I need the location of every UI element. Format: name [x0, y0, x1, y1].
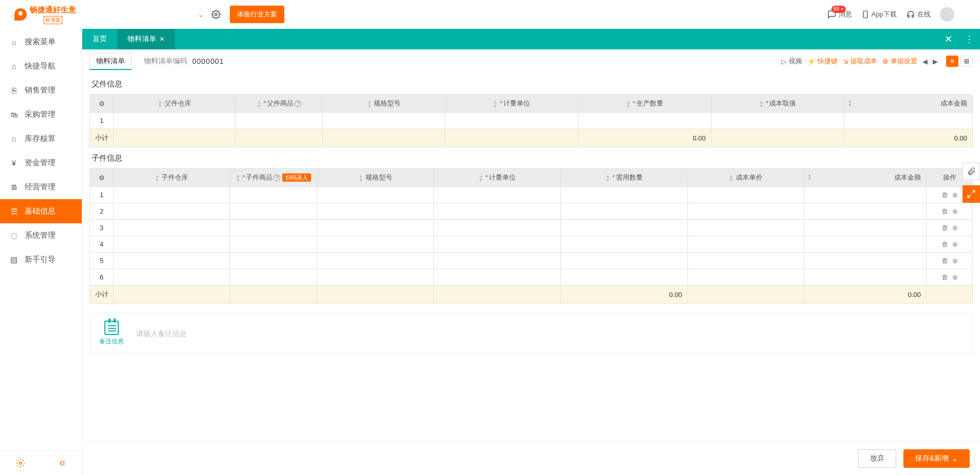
collapse-sidebar-icon[interactable] [57, 459, 66, 468]
add-row-icon[interactable]: ⊕ [952, 224, 958, 232]
sidebar-item-6[interactable]: 🗎经营管理 [0, 175, 82, 199]
child-row[interactable]: 3🗑⊕ [90, 220, 973, 236]
remark-input[interactable] [136, 329, 963, 338]
parent-col-product[interactable]: *父件商品? [235, 95, 323, 113]
parent-row[interactable]: 1 [90, 113, 973, 129]
parent-col-qty[interactable]: *生产数量 [578, 95, 711, 113]
row-ops: 🗑⊕ [927, 253, 973, 269]
sidebar-item-0[interactable]: ⌕搜索菜单 [0, 30, 82, 54]
tabs-menu-icon[interactable]: ⋮ [958, 33, 980, 45]
messages-link[interactable]: 消息 99 + [827, 10, 852, 19]
extract-label: 提取成本 [850, 57, 877, 66]
child-subtotal-row: 小计 0.00 0.00 [90, 286, 973, 304]
avatar[interactable] [940, 7, 954, 22]
delete-row-icon[interactable]: 🗑 [941, 257, 948, 265]
online-support-link[interactable]: 在线 [906, 10, 931, 19]
sidebar-item-7[interactable]: ☰基础信息 [0, 199, 82, 223]
add-row-icon[interactable]: ⊕ [952, 273, 958, 281]
next-doc-icon[interactable]: ▶ [933, 58, 938, 65]
scan-input-tag[interactable]: 扫码录入 [282, 173, 311, 182]
remark-box: 备注信息 [89, 313, 973, 354]
child-row[interactable]: 4🗑⊕ [90, 236, 973, 253]
parent-col-uom[interactable]: *计量单位 [445, 95, 578, 113]
info-icon: ? [274, 174, 280, 181]
sidebar-item-1[interactable]: ⌂快捷导航 [0, 54, 82, 78]
sidebar-item-8[interactable]: ◌系统管理 [0, 223, 82, 248]
add-row-icon[interactable]: ⊕ [952, 191, 958, 199]
fullscreen-icon[interactable] [963, 185, 980, 203]
logo-edition: 标准版 [44, 16, 62, 24]
parent-subtotal-qty: 0.00 [578, 129, 711, 147]
prev-doc-icon[interactable]: ◀ [922, 58, 928, 65]
delete-row-icon[interactable]: 🗑 [941, 191, 948, 199]
delete-row-icon[interactable]: 🗑 [941, 273, 948, 281]
doc-code-label: 物料清单编码 [144, 57, 187, 66]
sidebar-item-4[interactable]: ⌂库存核算 [0, 127, 82, 151]
discard-button[interactable]: 放弃 [858, 449, 896, 468]
shortcut-link[interactable]: ⚡ 快捷键 [807, 57, 838, 66]
child-col-qty[interactable]: *需用数量 [560, 169, 687, 187]
extract-cost-link[interactable]: ⇲ 提取成本 [843, 57, 877, 66]
child-row[interactable]: 1🗑⊕ [90, 187, 973, 203]
phone-icon [861, 10, 869, 19]
tab-close-icon[interactable]: ✕ [159, 36, 165, 43]
row-num: 2 [90, 203, 114, 220]
sidebar-item-2[interactable]: ⎘销售管理 [0, 78, 82, 102]
tab-label: 物料清单 [128, 34, 156, 44]
video-link[interactable]: ▷ 视频 [782, 57, 802, 66]
sidebar-item-3[interactable]: 🛍采购管理 [0, 102, 82, 127]
child-col-costamt[interactable]: 成本金额 [804, 169, 926, 187]
parent-table: ⚙ 父件仓库 *父件商品? 规格型号 *计量单位 *生产数量 *成本取值 成本金… [89, 94, 973, 147]
child-col-product[interactable]: *子件商品?扫码录入 [230, 169, 317, 187]
org-selector[interactable]: ⌄ [100, 10, 204, 19]
child-col-warehouse[interactable]: 子件仓库 [114, 169, 230, 187]
logo-block: 畅捷通好生意 标准版 [5, 5, 85, 24]
add-row-icon[interactable]: ⊕ [952, 207, 958, 215]
video-label: 视频 [789, 57, 802, 66]
svg-line-5 [972, 190, 975, 193]
page-tabs: 首页物料清单✕ ✕ ⋮ [82, 29, 980, 49]
add-row-icon[interactable]: ⊕ [952, 240, 958, 248]
floating-actions [963, 163, 980, 203]
sidebar-item-label: 经营管理 [25, 182, 56, 192]
child-row[interactable]: 2🗑⊕ [90, 203, 973, 220]
child-col-spec[interactable]: 规格型号 [317, 169, 433, 187]
online-label: 在线 [917, 10, 931, 19]
sidebar-item-9[interactable]: ▤新手引导 [0, 248, 82, 272]
gear-icon[interactable] [211, 10, 221, 19]
child-col-uom[interactable]: *计量单位 [433, 169, 560, 187]
app-download-link[interactable]: App下载 [861, 10, 897, 19]
experience-button[interactable]: 体验行业方案 [230, 6, 284, 23]
add-row-icon[interactable]: ⊕ [952, 257, 958, 265]
save-and-new-button[interactable]: 保存&新增 ⌄ [903, 449, 970, 468]
doc-type-pill[interactable]: 物料清单 [89, 53, 132, 70]
child-col-unitcost[interactable]: 成本单价 [687, 169, 804, 187]
main: 首页物料清单✕ ✕ ⋮ 物料清单 物料清单编码 0000001 ▷ 视频 ⚡ 快… [82, 29, 980, 475]
parent-col-costsrc[interactable]: *成本取值 [711, 95, 844, 113]
doc-settings-link[interactable]: ⚙ 单据设置 [882, 57, 917, 66]
child-subtotal-qty: 0.00 [560, 286, 687, 304]
close-all-tabs-icon[interactable]: ✕ [938, 33, 958, 45]
view-list-icon[interactable]: ≡ [946, 56, 958, 67]
parent-col-warehouse[interactable]: 父件仓库 [114, 95, 235, 113]
settings-gear-icon[interactable] [16, 459, 25, 468]
view-card-icon[interactable]: ⊞ [960, 56, 973, 67]
child-col-gear[interactable]: ⚙ [90, 169, 114, 187]
attachment-icon[interactable] [963, 163, 980, 180]
sidebar-item-5[interactable]: ¥资金管理 [0, 151, 82, 175]
parent-col-costamt[interactable]: 成本金额 [844, 95, 973, 113]
remark-label: 备注信息 [99, 337, 124, 346]
tab-1[interactable]: 物料清单✕ [117, 29, 175, 49]
sidebar-item-label: 搜索菜单 [25, 37, 56, 47]
child-row[interactable]: 5🗑⊕ [90, 253, 973, 269]
delete-row-icon[interactable]: 🗑 [941, 224, 948, 232]
child-row[interactable]: 6🗑⊕ [90, 269, 973, 286]
parent-col-gear[interactable]: ⚙ [90, 95, 114, 113]
svg-point-3 [20, 462, 22, 465]
row-num: 3 [90, 220, 114, 236]
delete-row-icon[interactable]: 🗑 [941, 240, 948, 248]
parent-col-spec[interactable]: 规格型号 [323, 95, 445, 113]
tab-0[interactable]: 首页 [82, 29, 117, 49]
row-num: 5 [90, 253, 114, 269]
delete-row-icon[interactable]: 🗑 [941, 207, 948, 215]
